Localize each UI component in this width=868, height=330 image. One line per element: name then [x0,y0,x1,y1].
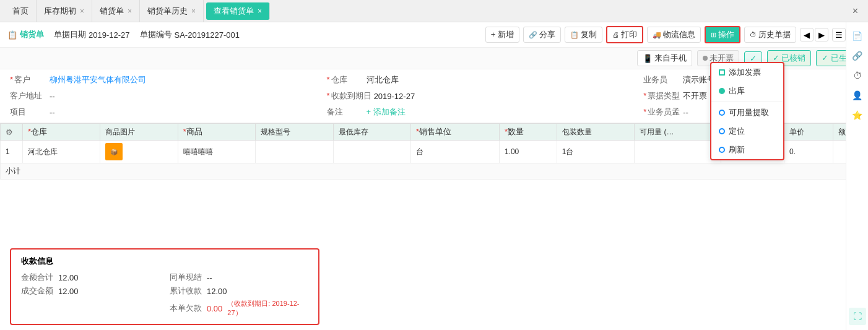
col-quantity: *数量 [499,124,557,141]
doc-date-value: 2019-12-27 [89,30,130,40]
new-button-label: + 新增 [491,29,514,40]
customer-value[interactable]: 柳州粤港平安气体有限公司 [50,74,146,85]
outbound-icon [719,88,725,94]
nav-arrows: ◀ ▶ [800,28,828,41]
dropdown-add-invoice[interactable]: 添加发票 [711,63,783,82]
dropdown-divider-1 [711,102,783,102]
sidebar-expand-icon[interactable]: ⛶ [849,308,866,325]
available-fetch-label: 可用量提取 [729,107,769,118]
operation-button[interactable]: ⊞ 操作 [705,26,740,43]
cell-sales-unit: 台 [411,141,500,163]
tab-bar-close-button[interactable]: × [848,6,863,17]
address-field: 客户地址 -- [10,90,317,102]
doc-header: 📋 销货单 单据日期 2019-12-27 单据编号 SA-20191227-0… [0,22,868,48]
doc-actions: + 新增 🔗 分享 📋 复制 🖨 打印 🚚 物流信息 ⊞ 操作 [485,26,861,43]
outbound-label: 出库 [729,85,745,97]
doc-date-label: 单据日期 [54,29,86,40]
col-package-qty: 包装数量 [557,124,634,141]
summary-grid: 金额合计 12.00 成交金额 12.00 同单现结 -- 累计收款 12.00 [21,272,308,318]
col-min-stock: 最低库存 [333,124,410,141]
tab-history-close[interactable]: × [191,7,196,15]
tab-view-sales[interactable]: 查看销货单 × [206,2,270,20]
prev-button[interactable]: ◀ [800,28,814,41]
summary-title: 收款信息 [21,256,308,267]
tab-inventory-close[interactable]: × [80,7,84,15]
sidebar-history-icon[interactable]: ⏱ [849,67,866,84]
address-label: 客户地址 [10,90,47,102]
sidebar-star-icon[interactable]: ⭐ [849,106,866,124]
address-value: -- [50,92,55,101]
history-button-label: 历史单据 [758,29,791,40]
new-button[interactable]: + 新增 [485,27,519,43]
staff-label: 业务员 [643,74,680,85]
tab-home[interactable]: 首页 [5,0,37,22]
total-amount-label: 金额合计 [21,272,53,283]
project-field: 项目 -- [10,106,317,118]
col-sales-unit: *销售单位 [411,124,500,141]
list-view-button[interactable]: ☰ [832,28,846,41]
warehouse-value: 河北仓库 [367,74,399,85]
subtotal-row: 小计 [1,163,868,180]
arrears-note: （收款到期日: 2019-12-27） [227,299,308,318]
tab-sales-order[interactable]: 销货单 × [92,0,140,22]
ticket-value: 不开票 [683,90,707,102]
sidebar-link-icon[interactable]: 🔗 [849,47,866,64]
print-button[interactable]: 🖨 打印 [606,26,643,43]
tab-sales-history[interactable]: 销货单历史 × [140,0,204,22]
copy-button[interactable]: 📋 复制 [565,27,602,43]
print-button-label: 打印 [621,29,637,40]
staff2-label: 业务员孟 [643,106,680,118]
current-arrears-row: 本单欠款 0.00 （收款到期日: 2019-12-27） [170,299,308,318]
customer-label: 客户 [10,74,47,85]
total-amount-row: 金额合计 12.00 [21,272,160,283]
history-button[interactable]: ⏱ 历史单据 [744,27,796,43]
share-button-label: 分享 [539,29,555,40]
location-label: 定位 [729,126,745,137]
tab-sales-label: 销货单 [100,6,124,17]
refresh-icon [719,147,725,153]
cell-unit-price: 0. [784,141,833,163]
next-button[interactable]: ▶ [815,28,828,41]
current-arrears-label: 本单欠款 [170,303,202,314]
add-invoice-label: 添加发票 [729,67,761,78]
share-button[interactable]: 🔗 分享 [523,27,561,43]
settings-icon[interactable]: ⚙ [6,128,13,137]
payment-date-value: 2019-12-27 [374,92,415,101]
cumulative-payment-value: 12.00 [207,287,227,296]
single-settlement-row: 同单现结 -- [170,272,308,283]
cell-quantity: 1.00 [499,141,557,163]
add-invoice-icon [719,69,725,76]
dropdown-location[interactable]: 定位 [711,122,783,141]
staff2-value: -- [683,108,688,117]
doc-title-text: 销货单 [20,29,44,40]
from-phone-label: 来自手机 [654,53,687,64]
total-amount-value: 12.00 [58,273,79,282]
single-settlement-label: 同单现结 [170,272,202,283]
logistics-button-label: 物流信息 [663,29,695,40]
cell-product: 嘻嘻嘻嘻 [178,141,255,163]
refresh-label: 刷新 [729,144,745,155]
sidebar-user-icon[interactable]: 👤 [849,87,866,104]
from-phone-button[interactable]: 📱 来自手机 [637,50,692,66]
add-remark-button[interactable]: + 添加备注 [367,106,406,118]
tab-home-label: 首页 [12,6,28,17]
location-icon [719,128,725,134]
logistics-button[interactable]: 🚚 物流信息 [647,27,701,43]
cell-product-image: 📦 [100,141,178,163]
doc-number-value: SA-20191227-001 [175,30,240,40]
tab-view-label: 查看销货单 [214,6,254,17]
col-warehouse: *仓库 [23,124,100,141]
col-settings[interactable]: ⚙ [1,124,23,141]
canceled-label: ✓ 已核销 [773,53,806,63]
tab-view-close[interactable]: × [258,7,262,15]
ticket-label: 票据类型 [643,90,680,102]
single-settlement-value: -- [207,273,212,282]
tab-sales-close[interactable]: × [128,7,132,15]
dropdown-available-fetch[interactable]: 可用量提取 [711,103,783,122]
dropdown-refresh[interactable]: 刷新 [711,141,783,159]
sidebar-document-icon[interactable]: 📄 [849,27,866,45]
dropdown-outbound[interactable]: 出库 [711,82,783,100]
right-sidebar: 📄 🔗 ⏱ 👤 ⭐ ⛶ [846,22,868,330]
tab-inventory-init[interactable]: 库存期初 × [37,0,92,22]
product-thumbnail: 📦 [105,143,123,160]
